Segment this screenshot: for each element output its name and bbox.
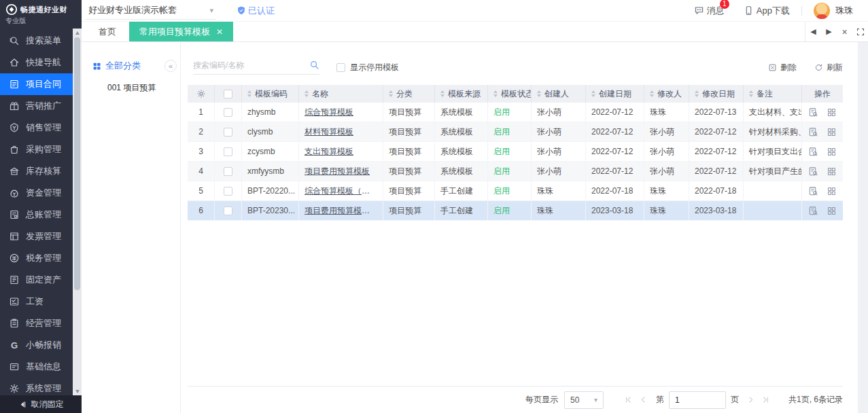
next-tab-icon[interactable]: ▶ [821,22,837,41]
col-template-code[interactable]: 模板编码 [242,85,299,103]
template-name-link[interactable]: 项目费用预算模板（副... [305,205,377,217]
sidebar-item-reimburse[interactable]: G小畅报销 [0,334,73,356]
cell-actions [802,103,843,122]
template-name-link[interactable]: 综合预算模板（副本-2... [305,185,377,197]
cell-category: 项目预算 [383,103,435,122]
col-modified[interactable]: 修改日期 [689,85,744,103]
apps-grid-icon[interactable] [827,107,837,118]
sidebar-item-system[interactable]: 系统管理 [0,378,73,395]
cell-modifier: 珠珠 [644,103,689,122]
sidebar-item-operation[interactable]: 经营管理 [0,312,73,334]
category-item[interactable]: 001 项目预算 [82,82,180,94]
checkbox-icon[interactable] [336,63,345,72]
table-row[interactable]: 6 BPT-20230... 项目费用预算模板（副... 项目预算 手工创建 启… [188,201,843,221]
table-row[interactable]: 4 xmfyysmb 项目费用预算模板 项目预算 系统模板 启用 张小萌 202… [188,162,843,181]
unpin-sidebar-button[interactable]: 取消固定 [0,395,82,413]
next-page-icon[interactable] [744,396,759,403]
messages-button[interactable]: 消息 1 [694,5,725,17]
col-remark[interactable]: 备注 [744,85,802,103]
sidebar-item-sales[interactable]: 销售管理 [0,117,73,139]
row-checkbox[interactable] [224,128,232,137]
apps-grid-icon[interactable] [827,147,837,157]
sidebar-item-funds[interactable]: 资金管理 [0,182,73,204]
row-checkbox[interactable] [224,206,232,215]
cell-modifier: 珠珠 [644,201,689,220]
refresh-button[interactable]: 刷新 [814,62,843,73]
preview-icon[interactable] [808,127,818,137]
col-name[interactable]: 名称 [299,85,383,103]
sidebar-item-purchase[interactable]: 采购管理 [0,139,73,160]
cell-category: 项目预算 [383,142,435,161]
sidebar-item-contract[interactable]: 项目合同 [0,73,73,95]
template-name-link[interactable]: 综合预算模板 [305,107,353,118]
table-row[interactable]: 5 BPT-20220... 综合预算模板（副本-2... 项目预算 手工创建 … [188,181,843,201]
sidebar-item-invoice[interactable]: 发票管理 [0,226,73,247]
data-table: 模板编码 名称 分类 模板来源 模板状态 创建人 创建日期 修改人 修改日期 备… [188,85,843,221]
sidebar-item-ledger[interactable]: 总账管理 [0,204,73,226]
search-icon[interactable] [309,60,319,70]
col-modifier[interactable]: 修改人 [644,85,689,103]
select-all-checkbox[interactable] [224,90,232,98]
sidebar-item-home[interactable]: 快捷导航 [0,52,73,73]
delete-button[interactable]: 删除 [768,62,797,73]
col-creator[interactable]: 创建人 [532,85,586,103]
template-name-link[interactable]: 材料预算模板 [305,126,353,138]
sidebar-scrollbar[interactable] [73,29,82,395]
table-row[interactable]: 2 clysmb 材料预算模板 项目预算 系统模板 启用 张小萌 2022-07… [188,122,843,142]
fullscreen-icon[interactable] [852,22,868,41]
close-all-tabs-icon[interactable]: × [837,22,852,41]
first-page-icon[interactable] [621,396,636,403]
column-settings-button[interactable] [188,85,215,103]
row-checkbox[interactable] [224,167,232,176]
scroll-down-icon[interactable] [73,387,82,395]
account-selector[interactable]: 好业财专业版演示帐套 ▾ [86,2,216,20]
table-row[interactable]: 3 zcysmb 支出预算模板 项目预算 系统模板 启用 张小萌 2022-07… [188,142,843,162]
apps-grid-icon[interactable] [827,206,837,216]
collapse-panel-button[interactable]: « [164,60,177,72]
template-name-link[interactable]: 支出预算模板 [305,146,353,158]
scroll-up-icon[interactable] [73,29,82,37]
cell-creator: 张小萌 [532,122,586,141]
search-input[interactable] [193,60,309,70]
col-source[interactable]: 模板来源 [435,85,488,103]
search-icon [9,35,20,46]
cell-source: 系统模板 [435,142,488,161]
preview-icon[interactable] [808,206,818,216]
template-name-link[interactable]: 项目费用预算模板 [305,166,370,177]
sidebar-item-tax[interactable]: 税务管理 [0,247,73,269]
user-menu[interactable]: 珠珠 [814,3,853,19]
app-download-button[interactable]: App下载 [744,5,790,17]
tab-close-icon[interactable]: ✕ [216,27,223,37]
sidebar-item-inventory[interactable]: 库存核算 [0,160,73,182]
tab-budget-templates[interactable]: 常用项目预算模板 ✕ [129,22,233,41]
last-page-icon[interactable] [759,396,774,403]
prev-page-icon[interactable] [636,396,651,403]
show-disabled-checkbox[interactable]: 显示停用模板 [336,62,399,73]
preview-icon[interactable] [808,107,818,118]
row-checkbox[interactable] [224,147,232,156]
preview-icon[interactable] [808,166,818,177]
sidebar-item-salary[interactable]: 工资 [0,291,73,312]
scrollbar-thumb[interactable] [74,37,80,290]
sidebar-item-search[interactable]: 搜索菜单 [0,30,73,52]
tab-home[interactable]: 首页 [86,22,129,41]
apps-grid-icon[interactable] [827,186,837,196]
preview-icon[interactable] [808,186,818,196]
apps-grid-icon[interactable] [827,127,837,137]
table-row[interactable]: 1 zhysmb 综合预算模板 项目预算 系统模板 启用 张小萌 2022-07… [188,103,843,122]
col-created[interactable]: 创建日期 [586,85,644,103]
row-checkbox[interactable] [224,108,232,117]
apps-grid-icon[interactable] [827,166,837,177]
page-number-input[interactable] [669,391,726,409]
prev-tab-icon[interactable]: ◀ [805,22,821,41]
col-category[interactable]: 分类 [383,85,435,103]
status-badge: 启用 [493,126,510,138]
sidebar-item-info[interactable]: 基础信息 [0,356,73,378]
col-status[interactable]: 模板状态 [488,85,532,103]
sidebar-item-promo[interactable]: 营销推广 [0,95,73,117]
row-checkbox[interactable] [224,187,232,196]
content-scrollbar-track[interactable] [858,42,868,413]
preview-icon[interactable] [808,147,818,157]
per-page-select[interactable]: 50 ▾ [564,391,604,409]
sidebar-item-asset[interactable]: 固定资产 [0,269,73,291]
